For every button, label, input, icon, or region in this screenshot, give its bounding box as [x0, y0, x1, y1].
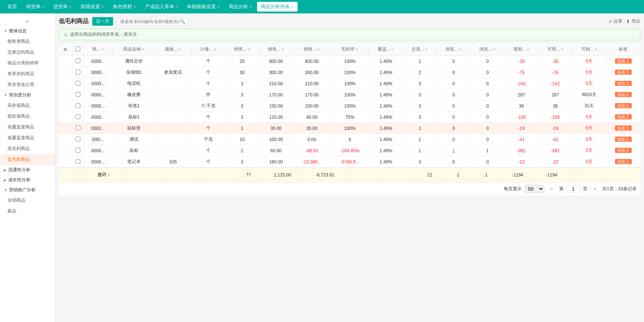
- cell-checkbox[interactable]: [72, 145, 83, 156]
- sort-icon-sales-qty[interactable]: ⇅: [247, 48, 250, 51]
- sort-icon-current-stock[interactable]: ⇅: [527, 48, 530, 51]
- nav-close-permissions[interactable]: ×: [102, 4, 104, 9]
- row-checkbox[interactable]: [76, 114, 80, 119]
- cell-current-stock: -981: [504, 145, 538, 156]
- sort-icon-sales-cost[interactable]: ⇅: [317, 48, 320, 51]
- nav-close-analysis[interactable]: ×: [250, 4, 252, 9]
- nav-item-roles[interactable]: 角色授权×: [109, 2, 140, 12]
- cell-saleable: 0天: [572, 78, 606, 89]
- nav-close-roles[interactable]: ×: [134, 4, 136, 9]
- col-settings[interactable]: ⚙: [59, 43, 72, 56]
- sidebar-item-high-value[interactable]: 高价值商品: [0, 100, 55, 111]
- cell-checkbox[interactable]: [72, 101, 83, 112]
- sort-icon-coverage[interactable]: ⇅: [391, 48, 394, 51]
- sort-icon-saleable[interactable]: ⇅: [595, 48, 597, 51]
- nav-item-analysis[interactable]: 商品分析×: [225, 2, 256, 12]
- table-footer: 合计： 77 2,125.00 -8,723.91 21 1 1 -1194: [59, 168, 640, 182]
- sidebar-item-all-goods[interactable]: 全部商品: [0, 195, 55, 206]
- page-title: 低毛利商品: [59, 17, 89, 25]
- cell-checkbox[interactable]: [72, 56, 83, 67]
- cell-name: 铅笔1: [113, 101, 155, 112]
- nav-close-analysis-list[interactable]: ×: [291, 4, 294, 9]
- sort-icon-unit[interactable]: ⇅: [214, 48, 217, 51]
- row-checkbox[interactable]: [76, 148, 80, 153]
- nav-close-purchase[interactable]: ×: [69, 4, 71, 9]
- sidebar-item-sales-goods[interactable]: 销售类商品: [0, 36, 55, 47]
- row-checkbox[interactable]: [76, 137, 80, 141]
- nav-close-products[interactable]: ×: [176, 4, 178, 9]
- sort-icon-sales-price[interactable]: ⇅: [281, 48, 284, 51]
- sort-icon-trade[interactable]: ⇅: [425, 48, 428, 51]
- sidebar-group-growth-analysis[interactable]: ▶成长性分析: [0, 175, 55, 185]
- sort-icon-browse1[interactable]: ⇅: [459, 48, 462, 51]
- filter-button[interactable]: 近一月: [92, 17, 113, 26]
- cell-name: 鼠标1: [113, 112, 155, 123]
- sidebar-item-high-coverage[interactable]: 高覆盖度商品: [0, 122, 55, 133]
- page-size-select[interactable]: 50 100 200: [525, 185, 544, 193]
- sidebar-item-low-profit[interactable]: 低毛利商品: [0, 154, 55, 165]
- row-checkbox[interactable]: [76, 125, 80, 130]
- next-page-btn[interactable]: ＞: [590, 185, 599, 193]
- nav-close-templates[interactable]: ×: [217, 4, 220, 9]
- sidebar-group-flow-analysis[interactable]: ▶流通性分析: [0, 165, 55, 175]
- sort-icon-name[interactable]: ⇅: [142, 48, 145, 51]
- notice-icon: ⚠: [64, 32, 68, 37]
- cell-settings: [59, 134, 72, 145]
- sidebar-item-high-profit[interactable]: 高毛利商品: [0, 143, 55, 154]
- sidebar-item-low-value[interactable]: 低价值商品: [0, 111, 55, 122]
- sidebar-item-traded-goods[interactable]: 交易过的商品: [0, 47, 55, 58]
- cell-checkbox[interactable]: [72, 67, 83, 78]
- sort-icon-code[interactable]: ⇅: [101, 48, 104, 51]
- nav-item-home[interactable]: 首页: [4, 2, 21, 12]
- nav-item-purchase[interactable]: 进货单×: [49, 2, 75, 12]
- sidebar-group-marketing-analysis[interactable]: ▼营销推广分析: [0, 185, 55, 195]
- share-button[interactable]: ↗ 分享: [608, 18, 622, 25]
- sidebar-item-category-sales[interactable]: 商品分类助销率: [0, 58, 55, 68]
- cell-checkbox[interactable]: [72, 89, 83, 101]
- pagination-bar: 每页显示 50 100 200 ＜ 第 页 ＞ 共1页，10条记录: [59, 182, 640, 195]
- footer-trade: 21: [416, 170, 444, 180]
- search-icon[interactable]: 🔍: [180, 19, 185, 24]
- nav-item-templates[interactable]: 单据模板设置×: [183, 2, 223, 12]
- row-checkbox[interactable]: [76, 103, 80, 108]
- nav-item-permissions[interactable]: 权限设置×: [77, 2, 108, 12]
- nav-item-analysis-list[interactable]: 商品分析列表×: [257, 2, 297, 12]
- footer-total-row: 合计： 77 2,125.00 -8,723.91 21 1 1 -1194: [63, 170, 637, 180]
- nav-item-sales[interactable]: 销货单×: [22, 2, 48, 12]
- select-all-checkbox[interactable]: [76, 47, 80, 51]
- row-checkbox[interactable]: [76, 70, 80, 74]
- row-checkbox[interactable]: [76, 92, 80, 97]
- search-input[interactable]: [120, 19, 180, 24]
- sidebar-collapse-button[interactable]: «: [0, 16, 55, 26]
- cell-trade: 3: [403, 101, 437, 112]
- cell-name: 笔记本: [113, 156, 155, 168]
- page-number-input[interactable]: [567, 185, 580, 193]
- sidebar-group-overall[interactable]: ▼整体信息: [0, 26, 55, 36]
- table-body: 0000... 属性定价 个 20 800.00 800.00 100% 1.4…: [59, 56, 640, 168]
- nav-item-products[interactable]: 产成品入库单×: [141, 2, 182, 12]
- nav-close-sales[interactable]: ×: [42, 4, 44, 9]
- prev-page-btn[interactable]: ＜: [547, 185, 556, 193]
- sort-icon-available[interactable]: ⇅: [561, 48, 564, 51]
- cell-checkbox[interactable]: [72, 112, 83, 123]
- row-checkbox[interactable]: [76, 58, 80, 63]
- sidebar-item-inventory-goods[interactable]: 有库存的商品: [0, 68, 55, 79]
- sidebar-item-low-coverage[interactable]: 低覆盖度商品: [0, 133, 55, 143]
- cell-checkbox[interactable]: [72, 134, 83, 145]
- cell-checkbox[interactable]: [72, 123, 83, 134]
- row-checkbox[interactable]: [76, 81, 80, 86]
- cell-name: 鼠标: [113, 145, 155, 156]
- cell-sales-cost: -98.91: [293, 145, 331, 156]
- cell-checkbox[interactable]: [72, 78, 83, 89]
- sidebar-item-new-goods[interactable]: 新品: [0, 206, 55, 217]
- cell-browse1[interactable]: 1: [437, 145, 471, 156]
- sort-icon-gross-rate[interactable]: ⇅: [355, 48, 358, 51]
- col-checkbox[interactable]: [72, 43, 83, 56]
- cell-checkbox[interactable]: [72, 156, 83, 168]
- sort-icon-spec[interactable]: ⇅: [178, 48, 181, 51]
- row-checkbox[interactable]: [76, 159, 80, 164]
- sidebar-item-capital[interactable]: 库存资金占用: [0, 79, 55, 90]
- sidebar-group-value-analysis[interactable]: ▼类别度分析: [0, 90, 55, 100]
- sort-icon-browse2[interactable]: ⇅: [493, 48, 496, 51]
- export-button[interactable]: ⬆ 导出: [626, 18, 640, 25]
